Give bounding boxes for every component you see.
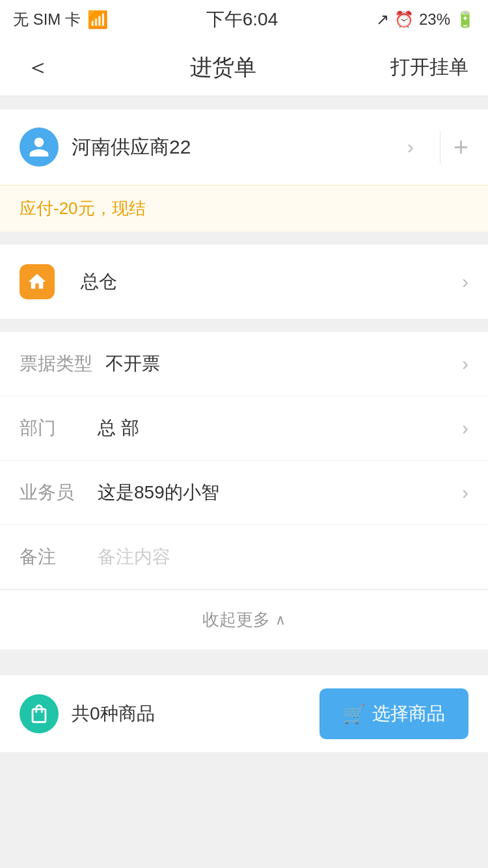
salesperson-value: 这是859的小智 — [98, 480, 462, 505]
add-supplier-button[interactable]: + — [454, 133, 468, 162]
warehouse-icon-box — [20, 264, 55, 299]
invoice-type-value: 不开票 — [105, 351, 462, 376]
warehouse-name: 总仓 — [81, 269, 462, 294]
department-row[interactable]: 部门 总 部 › — [0, 396, 488, 461]
wifi-icon: 📶 — [87, 10, 108, 30]
status-bar: 无 SIM 卡 📶 下午6:04 ↗ ⏰ 23% 🔋 — [0, 0, 488, 39]
warehouse-chevron-icon: › — [462, 271, 468, 293]
nav-bar: ＜ 进货单 打开挂单 — [0, 39, 488, 96]
open-pending-button[interactable]: 打开挂单 — [390, 54, 468, 81]
supplier-divider — [440, 131, 441, 163]
invoice-type-row[interactable]: 票据类型 不开票 › — [0, 332, 488, 396]
supplier-chevron-icon: › — [407, 136, 414, 158]
collapse-row[interactable]: 收起更多 ∧ — [0, 590, 488, 649]
battery-label: 23% — [419, 10, 450, 29]
gap-4 — [0, 649, 488, 662]
back-button[interactable]: ＜ — [20, 45, 56, 90]
invoice-type-chevron-icon: › — [462, 353, 468, 375]
salesperson-label: 业务员 — [20, 480, 85, 505]
salesperson-row[interactable]: 业务员 这是859的小智 › — [0, 461, 488, 525]
gap-2 — [0, 232, 488, 245]
fields-card: 票据类型 不开票 › 部门 总 部 › 业务员 这是859的小智 › 备注 备注… — [0, 332, 488, 649]
warehouse-card: 总仓 › — [0, 245, 488, 319]
collapse-label: 收起更多 — [202, 608, 270, 631]
remark-row[interactable]: 备注 备注内容 — [0, 525, 488, 590]
gap-3 — [0, 319, 488, 332]
supplier-name: 河南供应商22 — [72, 134, 407, 161]
remark-label: 备注 — [20, 545, 85, 569]
shopping-bag-icon — [28, 703, 50, 725]
department-value: 总 部 — [98, 416, 462, 441]
invoice-type-label: 票据类型 — [20, 351, 92, 376]
department-chevron-icon: › — [462, 417, 468, 439]
warehouse-row[interactable]: 总仓 › — [0, 245, 488, 319]
supplier-avatar — [20, 128, 59, 167]
location-icon: ↗ — [376, 10, 389, 29]
remark-input[interactable]: 备注内容 — [98, 545, 468, 569]
status-time: 下午6:04 — [206, 7, 278, 32]
page-title: 进货单 — [190, 53, 256, 83]
supplier-card: 河南供应商22 › + 应付-20元，现结 — [0, 109, 488, 232]
status-right: ↗ ⏰ 23% 🔋 — [376, 10, 475, 29]
department-label: 部门 — [20, 416, 85, 441]
alarm-icon: ⏰ — [394, 10, 414, 29]
collapse-arrow-icon: ∧ — [275, 612, 286, 629]
bottom-bar: 共0种商品 🛒 选择商品 — [0, 675, 488, 752]
supplier-row[interactable]: 河南供应商22 › + — [0, 109, 488, 185]
select-product-label: 选择商品 — [372, 701, 445, 726]
carrier-label: 无 SIM 卡 — [13, 9, 81, 30]
person-icon — [27, 135, 51, 159]
gap-1 — [0, 96, 488, 109]
info-banner: 应付-20元，现结 — [0, 185, 488, 232]
warehouse-icon — [27, 271, 47, 292]
select-product-button[interactable]: 🛒 选择商品 — [319, 688, 468, 739]
select-product-icon: 🛒 — [343, 703, 366, 725]
product-count-label: 共0种商品 — [72, 701, 319, 726]
salesperson-chevron-icon: › — [462, 481, 468, 504]
status-left: 无 SIM 卡 📶 — [13, 9, 108, 30]
product-icon-box — [20, 694, 59, 733]
battery-icon: 🔋 — [455, 10, 475, 29]
